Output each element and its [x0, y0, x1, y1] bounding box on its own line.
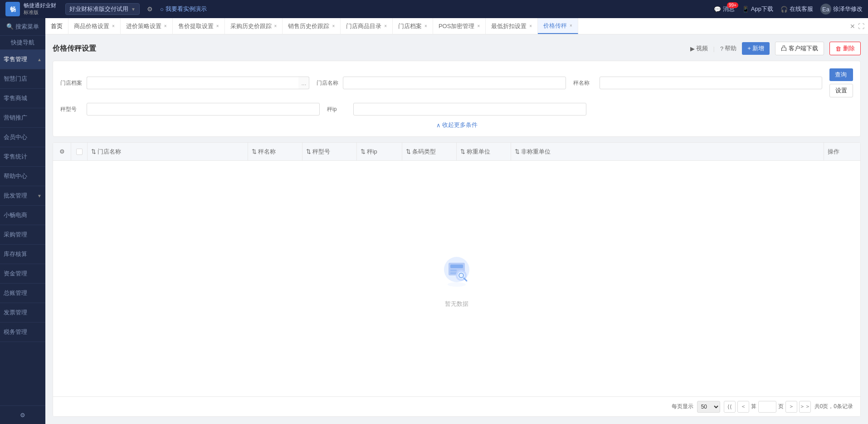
search-form: 门店档案 ... 门店名称 秤名称	[53, 61, 861, 137]
first-page-btn[interactable]: ⟨⟨	[724, 401, 736, 413]
sidebar-settings-btn[interactable]: ⚙	[0, 405, 45, 424]
user-abbr: Ea	[822, 6, 829, 13]
video-link[interactable]: ▶ 视频	[690, 44, 708, 53]
version-selector[interactable]: 好业财标准版交付试用 ▼	[65, 3, 140, 15]
tab-label: 商品价格设置	[74, 22, 109, 30]
download-button[interactable]: 凸 客户端下载	[775, 42, 824, 55]
scale-model-input[interactable]	[87, 103, 320, 116]
scale-ip-input[interactable]	[353, 103, 586, 116]
tab-sale-history[interactable]: 销售历史价跟踪 ×	[283, 18, 341, 34]
tab-close-icon[interactable]: ×	[424, 24, 427, 29]
per-page-label: 每页显示	[672, 403, 693, 410]
page-label: 算	[751, 403, 756, 410]
settings-icon: ⚙	[20, 412, 25, 419]
tab-home[interactable]: 首页	[45, 18, 68, 34]
sidebar-item-label: 零售管理	[4, 55, 27, 63]
sort-icon[interactable]: ⇅	[361, 148, 366, 155]
tab-maximize-icon[interactable]: ⛶	[858, 23, 864, 30]
delete-icon: 🗑	[835, 45, 841, 52]
store-name-field: 门店名称	[317, 77, 566, 89]
search-icon: 🔍	[6, 23, 14, 30]
sort-icon[interactable]: ⇅	[306, 148, 311, 155]
collapse-btn[interactable]: ∧ 收起更多条件	[436, 121, 478, 129]
sidebar-item-retail-mgmt[interactable]: 零售管理 ▲	[0, 50, 45, 69]
sidebar-item-general-ledger[interactable]: 总账管理	[0, 284, 45, 303]
sidebar-item-marketing[interactable]: 营销推广	[0, 108, 45, 128]
sidebar-item-finance[interactable]: 资金管理	[0, 264, 45, 284]
tab-product-price[interactable]: 商品价格设置 ×	[68, 18, 121, 34]
th-gear[interactable]: ⚙	[53, 143, 71, 160]
tab-close-icon[interactable]: ×	[274, 24, 277, 29]
chevron-up-icon: ▲	[37, 57, 42, 62]
user-menu[interactable]: Ea 徐泽华修改	[820, 4, 863, 14]
gear-icon[interactable]: ⚙	[147, 5, 153, 13]
sidebar-nav[interactable]: 快捷导航	[0, 36, 45, 50]
sidebar-item-label: 零售统计	[4, 153, 27, 161]
store-profile-input[interactable]	[87, 77, 298, 89]
sort-icon[interactable]: ⇅	[252, 148, 257, 155]
sidebar-item-retail-mall[interactable]: 零售商城	[0, 89, 45, 108]
tab-close-icon[interactable]: ×	[570, 23, 572, 28]
sidebar-item-member-center[interactable]: 会员中心	[0, 128, 45, 147]
sidebar-item-wholesale-mgmt[interactable]: 批发管理 ▼	[0, 186, 45, 206]
demo-link[interactable]: ○ 我要看实例演示	[160, 5, 207, 13]
page-unit-label: 页	[778, 403, 784, 410]
sidebar-item-tax-mgmt[interactable]: 税务管理	[0, 323, 45, 342]
sidebar-item-help-center[interactable]: 帮助中心	[0, 167, 45, 186]
tab-close-icon[interactable]: ×	[477, 24, 480, 29]
select-all-checkbox[interactable]	[76, 149, 83, 155]
message-btn[interactable]: 💬 消息 99+	[714, 5, 735, 13]
tab-label: 门店档案	[398, 22, 422, 30]
query-button[interactable]: 查询	[829, 68, 853, 81]
tab-store-catalog[interactable]: 门店商品目录 ×	[341, 18, 393, 34]
sidebar-item-inventory[interactable]: 库存核算	[0, 245, 45, 264]
tab-price-scale[interactable]: 价格传秤 ×	[538, 18, 578, 34]
next-page-btn[interactable]: ＞	[785, 401, 797, 413]
sort-icon[interactable]: ⇅	[515, 148, 520, 155]
tab-close-icon[interactable]: ×	[332, 24, 335, 29]
th-check[interactable]	[71, 143, 88, 160]
tab-close-icon[interactable]: ×	[384, 24, 387, 29]
tab-purchase-history[interactable]: 采购历史价跟踪 ×	[225, 18, 283, 34]
tab-close-icon[interactable]: ×	[164, 24, 167, 29]
demo-link-text: 我要看实例演示	[166, 5, 207, 13]
table-container: ⚙ ⇅ 门店名称 ⇅ 秤名称 ⇅ 秤型号	[53, 142, 861, 417]
th-non-weight-unit: ⇅ 非称重单位	[511, 143, 824, 160]
sidebar-item-label: 发票管理	[4, 308, 27, 317]
sidebar-search[interactable]: 🔍 搜索菜单	[0, 18, 45, 36]
app-download-btn[interactable]: 📱 App下载	[742, 5, 773, 13]
prev-page-btn[interactable]: ＜	[737, 401, 749, 413]
tab-close-icon[interactable]: ×	[112, 24, 115, 29]
settings-search-button[interactable]: 设置	[829, 84, 853, 97]
tab-sale-price[interactable]: 售价提取设置 ×	[173, 18, 225, 34]
page-input[interactable]: 1	[758, 401, 776, 413]
store-profile-ellipsis-btn[interactable]: ...	[298, 77, 309, 89]
sidebar-item-smart-store[interactable]: 智慧门店	[0, 69, 45, 89]
store-name-input[interactable]	[343, 77, 566, 89]
tab-min-discount[interactable]: 最低折扣设置 ×	[486, 18, 538, 34]
tab-close-icon[interactable]: ×	[216, 24, 219, 29]
last-page-btn[interactable]: ＞＞	[799, 401, 811, 413]
gear-icon: ⚙	[59, 148, 65, 155]
sort-icon[interactable]: ⇅	[91, 148, 96, 155]
tab-store-profile[interactable]: 门店档案 ×	[393, 18, 433, 34]
tab-close-icon[interactable]: ×	[529, 24, 532, 29]
tab-pos-encryption[interactable]: POS加密管理 ×	[433, 18, 486, 34]
sort-icon[interactable]: ⇅	[460, 148, 465, 155]
help-link[interactable]: ? 帮助	[720, 44, 736, 53]
add-button[interactable]: + 新增	[742, 42, 770, 55]
sidebar-item-purchase-mgmt[interactable]: 采购管理	[0, 225, 45, 245]
service-icon: 🎧	[780, 6, 788, 13]
th-label: 秤型号	[312, 148, 330, 156]
online-service-btn[interactable]: 🎧 在线客服	[780, 5, 813, 13]
scale-name-input[interactable]	[600, 77, 822, 89]
per-page-select[interactable]: 10 20 50 100	[697, 401, 720, 413]
sidebar-item-invoice-mgmt[interactable]: 发票管理	[0, 303, 45, 323]
tab-purchase-strategy[interactable]: 进价策略设置 ×	[121, 18, 173, 34]
sort-icon[interactable]: ⇅	[406, 148, 411, 155]
sidebar-item-label: 库存核算	[4, 250, 27, 258]
sidebar-item-xiaochang-ecom[interactable]: 小畅电商	[0, 206, 45, 225]
sidebar-item-retail-stats[interactable]: 零售统计	[0, 147, 45, 167]
delete-button[interactable]: 🗑 删除	[829, 42, 861, 55]
tab-close-all-icon[interactable]: ✕	[850, 23, 855, 30]
